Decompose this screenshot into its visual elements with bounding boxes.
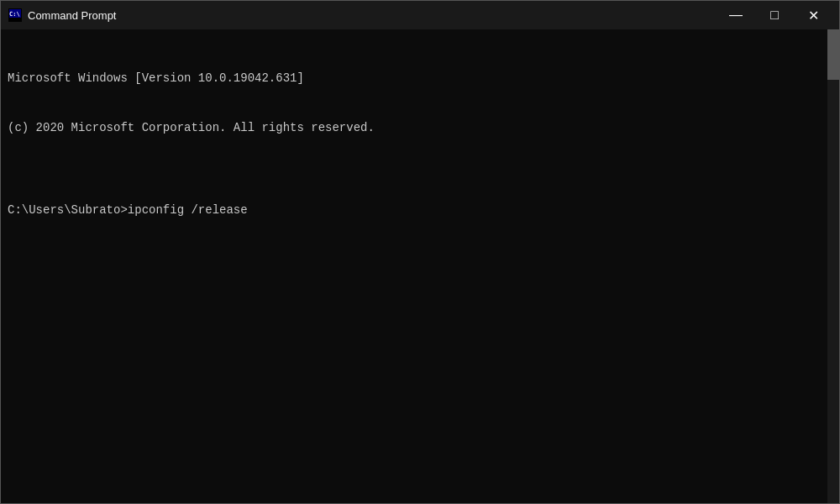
window-title: Command Prompt	[28, 9, 717, 22]
title-bar: C:\ Command Prompt — □ ✕	[1, 1, 839, 29]
scrollbar[interactable]	[827, 29, 839, 503]
window-controls: — □ ✕	[717, 1, 832, 29]
maximize-button[interactable]: □	[755, 1, 794, 29]
cmd-icon: C:\	[8, 8, 23, 23]
cmd-window: C:\ Command Prompt — □ ✕ Microsoft Windo…	[0, 0, 840, 504]
terminal-body[interactable]: Microsoft Windows [Version 10.0.19042.63…	[1, 29, 839, 503]
terminal-line: C:\Users\Subrato>ipconfig /release	[8, 202, 821, 219]
close-button[interactable]: ✕	[794, 1, 832, 29]
scrollbar-thumb[interactable]	[827, 29, 839, 80]
svg-text:C:\: C:\	[9, 11, 20, 18]
terminal-line: (c) 2020 Microsoft Corporation. All righ…	[8, 120, 821, 137]
terminal-output: Microsoft Windows [Version 10.0.19042.63…	[4, 34, 836, 255]
minimize-button[interactable]: —	[717, 1, 755, 29]
terminal-line: Microsoft Windows [Version 10.0.19042.63…	[8, 71, 821, 87]
